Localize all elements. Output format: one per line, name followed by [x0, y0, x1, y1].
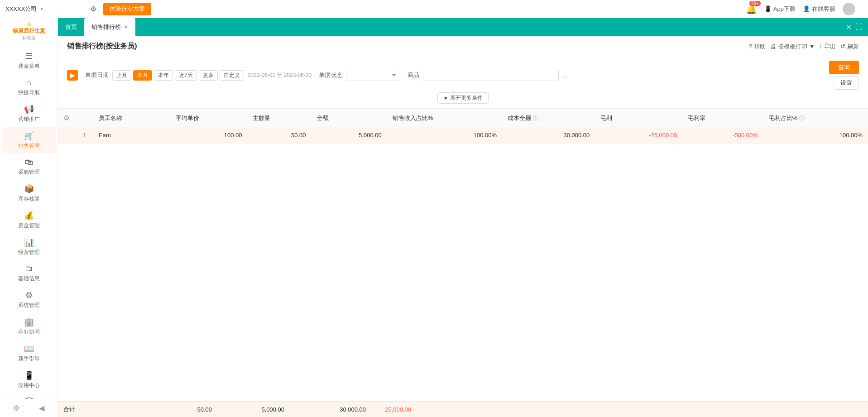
- footer-amount: 5,000.00: [239, 406, 284, 413]
- table-settings-button[interactable]: 设置: [834, 76, 859, 90]
- print-icon: 🖨: [770, 43, 776, 50]
- sidebar-item-operations[interactable]: 📊 经营管理: [2, 234, 56, 260]
- sidebar-item-sales[interactable]: 🛒 销售管理: [2, 127, 56, 153]
- expand-chevron-icon: ▼: [443, 95, 449, 101]
- sidebar-item-purchase[interactable]: 🛍 采购管理: [2, 154, 56, 180]
- sidebar-label-sales: 销售管理: [18, 142, 40, 150]
- row-name: Eam: [93, 127, 170, 144]
- cost-info-icon[interactable]: ⓘ: [533, 115, 538, 121]
- system-icon: ⚙: [25, 290, 33, 300]
- col-header-name: 员工名称: [93, 109, 170, 127]
- sidebar-nav: ☰ 搜索菜单 ⌂ 快捷导航 📢 营销推广 🛒 销售管理 🛍 采购管理 📦 库: [0, 45, 58, 399]
- expand-button[interactable]: ▼ 展开更多条件: [437, 92, 489, 104]
- goods-input[interactable]: [423, 70, 559, 81]
- page-header: 销售排行榜(按业务员) ? 帮助 🖨 按模板打印 ▼ ↑ 导出: [58, 36, 868, 56]
- sidebar-label-basics: 基础信息: [18, 275, 40, 283]
- export-button[interactable]: ↑ 导出: [820, 43, 836, 51]
- col-header-profit: 毛利: [595, 109, 682, 127]
- sidebar-item-wechat[interactable]: 💬 企业微信: [2, 393, 56, 399]
- logo-text: 畅康通好生意: [13, 27, 45, 35]
- app-download-button[interactable]: 📱 App下载: [764, 5, 796, 13]
- date-btn-7days[interactable]: 近7天: [175, 70, 197, 81]
- sidebar-footer: ⚙ ◀: [0, 399, 58, 417]
- company-chevron-icon: ▼: [39, 6, 44, 11]
- template-print-button[interactable]: 🖨 按模板打印 ▼: [770, 43, 815, 51]
- date-btn-this-year[interactable]: 本年: [154, 70, 173, 81]
- footer-cost: 30,000.00: [321, 406, 366, 413]
- sidebar-label-quick-nav: 快捷导航: [18, 89, 40, 96]
- goods-more-button[interactable]: ...: [562, 72, 567, 79]
- table-header-row: ⚙ 员工名称 平均单价 主数量 全额 销售收入占比% 成本全额: [58, 109, 868, 127]
- filter-arrow-button[interactable]: ▶: [67, 70, 78, 81]
- filter-right-actions: 查询 设置: [829, 61, 859, 90]
- col-header-index: [75, 109, 93, 127]
- sidebar-item-finance[interactable]: 💰 资金管理: [2, 207, 56, 233]
- operations-icon: 📊: [24, 237, 34, 247]
- date-range-display: 2023-06-01 至 2023-06-30: [248, 72, 312, 79]
- sidebar-label-finance: 资金管理: [18, 222, 40, 230]
- date-btn-more[interactable]: 更多: [199, 70, 218, 81]
- tab-sales-rank-label: 销售排行榜: [91, 23, 121, 31]
- tab-sales-rank[interactable]: 销售排行榜 ✕: [84, 18, 135, 36]
- avatar[interactable]: [843, 3, 855, 15]
- table-footer: 合计 50.00 5,000.00 30,000.00 -25,000.00: [58, 401, 868, 417]
- settings-gear-button[interactable]: ⚙: [87, 3, 100, 15]
- row-avg-price: 100.00: [170, 127, 247, 144]
- sidebar-item-enterprise[interactable]: 🏢 企业协同: [2, 313, 56, 340]
- date-btn-this-month[interactable]: 本月: [133, 70, 152, 81]
- sidebar-settings-button[interactable]: ⚙: [13, 404, 19, 412]
- sidebar-collapse-button[interactable]: ◀: [39, 404, 44, 412]
- filter-area: ▶ 单据日期 上月 本月 本年 近7天 更多 自定义 2023-06-01 至 …: [58, 56, 868, 109]
- online-service-button[interactable]: 👤 在线客服: [803, 5, 835, 13]
- sidebar-item-marketing[interactable]: 📢 营销推广: [2, 101, 56, 127]
- help-button[interactable]: ? 帮助: [748, 43, 765, 51]
- date-btn-last-month[interactable]: 上月: [112, 70, 131, 81]
- sidebar-item-basics[interactable]: 🗂 基础信息: [2, 260, 56, 286]
- sidebar-item-system[interactable]: ⚙ 系统管理: [2, 287, 56, 313]
- tab-home[interactable]: 首页: [58, 18, 84, 36]
- col-header-profit-pct: 毛利占比% ⓘ: [763, 109, 868, 127]
- refresh-button[interactable]: ↺ 刷新: [840, 43, 859, 51]
- main-layout: 🌟 畅康通好生意 标准版 ☰ 搜索菜单 ⌂ 快捷导航 📢 营销推广 🛒 销售管理: [0, 18, 868, 417]
- sidebar-label-enterprise: 企业协同: [18, 328, 40, 336]
- column-settings-icon[interactable]: ⚙: [63, 114, 70, 122]
- sidebar-item-inventory[interactable]: 📦 库存核算: [2, 180, 56, 206]
- sidebar-label-guide: 新手引导: [18, 355, 40, 363]
- tab-bar-right: ✕ ⛶: [846, 23, 868, 32]
- table-area: ⚙ 员工名称 平均单价 主数量 全额 销售收入占比% 成本全额: [58, 109, 868, 417]
- date-filter-label: 单据日期: [85, 71, 109, 79]
- query-button[interactable]: 查询: [829, 61, 859, 74]
- refresh-icon: ↺: [840, 43, 845, 50]
- date-btn-custom[interactable]: 自定义: [220, 70, 244, 81]
- row-cost: 30,000.00: [502, 127, 595, 144]
- company-name: XXXXX公司: [5, 5, 37, 13]
- print-chevron-icon: ▼: [809, 43, 815, 50]
- sidebar-item-search-menu[interactable]: ☰ 搜索菜单: [2, 48, 56, 74]
- sidebar-item-guide[interactable]: 📖 新手引导: [2, 340, 56, 366]
- tab-close-window-button[interactable]: ✕: [846, 23, 852, 32]
- trial-button[interactable]: 体验行业方案: [103, 3, 151, 15]
- message-icon-button[interactable]: 🔔 99+: [746, 4, 757, 14]
- row-amount: 5,000.00: [312, 127, 387, 144]
- col-header-amount: 全额: [312, 109, 387, 127]
- tab-maximize-button[interactable]: ⛶: [855, 23, 863, 31]
- expand-row: ▼ 展开更多条件: [67, 92, 859, 104]
- sidebar-label-purchase: 采购管理: [18, 168, 40, 176]
- tab-close-icon[interactable]: ✕: [124, 24, 128, 30]
- sidebar-item-quick-nav[interactable]: ⌂ 快捷导航: [2, 74, 56, 100]
- sidebar-item-apps[interactable]: 📱 应用中心: [2, 367, 56, 393]
- filter-row: ▶ 单据日期 上月 本月 本年 近7天 更多 自定义 2023-06-01 至 …: [67, 61, 859, 90]
- col-settings: ⚙: [58, 109, 75, 127]
- profit-pct-info-icon[interactable]: ⓘ: [799, 115, 805, 121]
- status-select[interactable]: [346, 70, 400, 81]
- footer-profit: -25,000.00: [366, 406, 411, 413]
- sidebar-label-apps: 应用中心: [18, 382, 40, 389]
- quick-nav-icon: ⌂: [26, 78, 31, 87]
- tab-bar: 首页 销售排行榜 ✕ ✕ ⛶: [58, 18, 868, 36]
- sidebar: 🌟 畅康通好生意 标准版 ☰ 搜索菜单 ⌂ 快捷导航 📢 营销推广 🛒 销售管理: [0, 18, 58, 417]
- sidebar-label-operations: 经营管理: [18, 249, 40, 256]
- sidebar-label-system: 系统管理: [18, 302, 40, 309]
- data-table: ⚙ 员工名称 平均单价 主数量 全额 销售收入占比% 成本全额: [58, 109, 868, 144]
- company-selector[interactable]: XXXXX公司 ▼: [5, 5, 87, 13]
- row-sales-pct: 100.00%: [387, 127, 502, 144]
